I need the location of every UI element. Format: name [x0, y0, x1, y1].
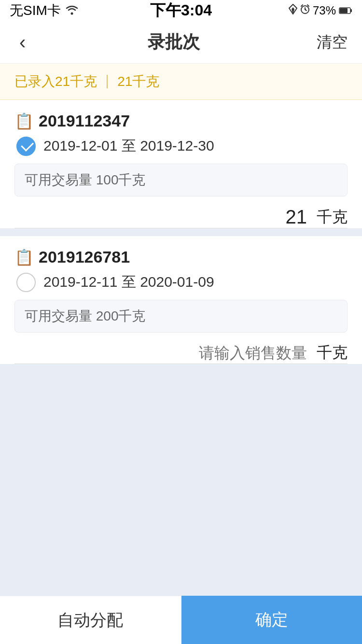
confirm-button[interactable]: 确定	[181, 596, 362, 644]
location-icon	[289, 4, 297, 17]
section-divider	[0, 228, 362, 236]
batch-1-id: 2019112347	[39, 112, 130, 130]
status-time: 下午3:04	[150, 0, 212, 21]
battery-icon	[339, 4, 352, 17]
batch-1-date: 2019-12-01 至 2019-12-30	[43, 136, 214, 156]
bottom-bar: 自动分配 确定	[0, 596, 362, 644]
status-left: 无SIM卡	[10, 1, 79, 20]
battery-percent: 73%	[313, 4, 336, 17]
status-bar: 无SIM卡 下午3:04 73%	[0, 0, 362, 21]
svg-rect-3	[350, 9, 352, 12]
batch-1-unit: 千克	[317, 207, 348, 228]
batch-2-icon: 📋	[14, 248, 34, 266]
batch-card-1: 📋 2019112347 2019-12-01 至 2019-12-30 可用交…	[0, 100, 362, 228]
clear-button[interactable]: 清空	[317, 32, 348, 53]
batch-1-header: 📋 2019112347	[14, 112, 348, 130]
svg-rect-4	[340, 8, 348, 13]
batch-1-amount: 21	[286, 206, 307, 228]
nav-bar: ‹ 录批次 清空	[0, 21, 362, 64]
batch-2-unit: 千克	[317, 342, 348, 364]
batch-1-available: 可用交易量 100千克	[14, 164, 348, 196]
batch-1-icon: 📋	[14, 112, 34, 130]
batch-1-amount-row: 21 千克	[14, 196, 348, 228]
auto-distribute-button[interactable]: 自动分配	[0, 596, 181, 644]
wifi-icon	[65, 3, 79, 18]
status-right: 73%	[289, 4, 352, 17]
batch-1-date-row: 2019-12-01 至 2019-12-30	[14, 136, 348, 156]
batch-2-amount-input[interactable]	[14, 344, 307, 362]
batch-2-header: 📋 2019126781	[14, 248, 348, 266]
info-bar: 已录入21千克 21千克	[0, 64, 362, 100]
info-value: 21千克	[117, 72, 159, 91]
info-divider	[107, 75, 108, 88]
batch-2-date-row: 2019-12-11 至 2020-01-09	[14, 272, 348, 292]
nav-title: 录批次	[148, 30, 200, 54]
batch-card-2: 📋 2019126781 2019-12-11 至 2020-01-09 可用交…	[0, 236, 362, 364]
svg-point-0	[70, 13, 73, 15]
carrier-text: 无SIM卡	[10, 1, 61, 20]
batch-2-amount-row: 千克	[14, 333, 348, 364]
batch-2-available: 可用交易量 200千克	[14, 300, 348, 333]
batch-1-checkbox[interactable]	[16, 137, 36, 156]
bottom-space	[0, 364, 362, 596]
batch-2-checkbox[interactable]	[16, 273, 36, 292]
back-button[interactable]: ‹	[14, 27, 30, 58]
batch-2-id: 2019126781	[39, 248, 130, 266]
alarm-icon	[300, 4, 310, 17]
batch-2-date: 2019-12-11 至 2020-01-09	[43, 272, 214, 292]
info-label: 已录入21千克	[14, 72, 97, 91]
